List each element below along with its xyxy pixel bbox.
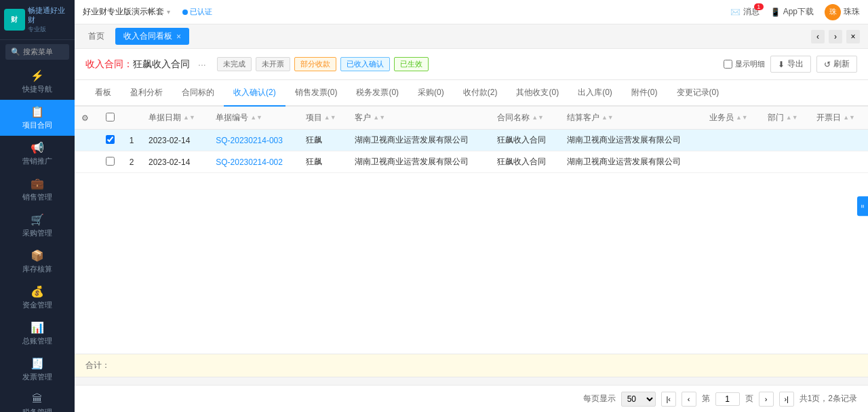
col-date-header[interactable]: 单据日期 ▲▼ xyxy=(142,107,209,130)
table-row[interactable]: 2 2023-02-14 SQ-20230214-002 狂飙 湖南卫视商业运营… xyxy=(75,151,868,173)
subtab-warehouse[interactable]: 出入库(0) xyxy=(568,80,622,107)
messages-button[interactable]: ✉️ 消息 1 xyxy=(730,6,760,18)
code-link[interactable]: SQ-20230214-002 xyxy=(216,157,283,167)
sidebar-item-funds[interactable]: 💰 资金管理 xyxy=(0,280,75,316)
sidebar-item-project-contract[interactable]: 📋 项目合同 xyxy=(0,100,75,136)
subtab-kanban[interactable]: 看板 xyxy=(85,80,121,107)
col-customer-header[interactable]: 客户 ▲▼ xyxy=(348,107,490,130)
subtab-payment[interactable]: 收付款(2) xyxy=(454,80,507,107)
sidebar-item-label: 总账管理 xyxy=(22,336,52,346)
col-code-header[interactable]: 单据编号 ▲▼ xyxy=(209,107,299,130)
sidebar-item-quick-nav[interactable]: ⚡ 快捷导航 xyxy=(0,64,75,100)
subtab-attachments[interactable]: 附件(0) xyxy=(622,80,667,107)
code-link[interactable]: SQ-20230214-003 xyxy=(216,136,283,145)
show-detail-checkbox[interactable]: 显示明细 xyxy=(724,59,765,69)
col-settle-customer-header[interactable]: 结算客户 ▲▼ xyxy=(560,107,703,130)
sort-salesman-icon: ▲▼ xyxy=(736,115,748,121)
col-num-header xyxy=(121,107,142,130)
quick-nav-icon: ⚡ xyxy=(31,69,44,82)
refresh-label: 刷新 xyxy=(833,58,850,70)
status-revenue-confirmed[interactable]: 已收入确认 xyxy=(340,57,390,71)
refresh-button[interactable]: ↺ 刷新 xyxy=(816,56,857,73)
row-checkbox[interactable] xyxy=(106,157,115,166)
subtab-revenue-confirm[interactable]: 收入确认(2) xyxy=(224,80,285,107)
tab-contract-board[interactable]: 收入合同看板 × xyxy=(115,28,189,45)
sidebar-item-tax[interactable]: 🏛 税务管理 xyxy=(0,388,75,412)
total-label: 合计： xyxy=(85,360,110,371)
user-menu[interactable]: 珠 珠珠 xyxy=(825,4,860,20)
row-checkbox[interactable] xyxy=(106,135,115,144)
sidebar-item-purchase[interactable]: 🛒 采购管理 xyxy=(0,208,75,244)
last-page-button[interactable]: ›| xyxy=(779,392,794,407)
cell-dept xyxy=(761,130,810,151)
app-download-label: App下载 xyxy=(783,6,814,18)
sidebar-item-inventory[interactable]: 📦 库存核算 xyxy=(0,244,75,280)
subtab-change-records[interactable]: 变更记录(0) xyxy=(667,80,729,107)
avatar-initials: 珠 xyxy=(829,7,837,17)
page-number-input[interactable] xyxy=(715,392,740,406)
sort-open-date-icon: ▲▼ xyxy=(843,115,855,121)
verified-label: 已认证 xyxy=(190,7,212,17)
invoice-icon: 🧾 xyxy=(31,357,44,370)
search-menu-button[interactable]: 🔍 搜索菜单 xyxy=(5,44,69,60)
contract-header: 收入合同：狂飙收入合同 ··· 未完成 未开票 部分收款 已收入确认 已生效 显… xyxy=(75,49,868,80)
tab-close-all-button[interactable]: × xyxy=(846,30,860,43)
sidebar-item-sales[interactable]: 💼 销售管理 xyxy=(0,172,75,208)
select-all-checkbox[interactable] xyxy=(106,113,115,121)
search-menu-label: 搜索菜单 xyxy=(23,47,53,57)
tab-active-label: 收入合同看板 xyxy=(123,31,172,42)
table-row[interactable]: 1 2023-02-14 SQ-20230214-003 狂飙 湖南卫视商业运营… xyxy=(75,130,868,151)
subtab-tax-invoice[interactable]: 税务发票(0) xyxy=(347,80,408,107)
tab-next-button[interactable]: › xyxy=(829,30,842,43)
col-dept-header[interactable]: 部门 ▲▼ xyxy=(761,107,810,130)
total-pages-info: 共1页，2条记录 xyxy=(800,393,857,405)
next-page-button[interactable]: › xyxy=(759,392,774,407)
status-partial-payment[interactable]: 部分收款 xyxy=(294,57,336,71)
show-detail-input[interactable] xyxy=(724,60,732,69)
tabs-navigation: ‹ › × xyxy=(811,30,860,43)
verified-dot xyxy=(182,10,188,15)
pagination: 每页显示 50 100 200 |‹ ‹ 第 页 › ›| 共1页，2条记录 xyxy=(75,385,868,412)
tab-close-icon[interactable]: × xyxy=(176,32,181,41)
tab-prev-button[interactable]: ‹ xyxy=(811,30,825,43)
cell-project: 狂飙 xyxy=(299,151,348,173)
col-salesman-header[interactable]: 业务员 ▲▼ xyxy=(703,107,761,130)
ledger-icon: 📊 xyxy=(31,321,44,334)
status-not-invoiced[interactable]: 未开票 xyxy=(256,57,290,71)
subtab-sales-invoice[interactable]: 销售发票(0) xyxy=(285,80,347,107)
cell-settle-customer: 湖南卫视商业运营发展有限公司 xyxy=(560,130,703,151)
sidebar-item-invoice[interactable]: 🧾 发票管理 xyxy=(0,352,75,388)
export-button[interactable]: ⬇ 导出 xyxy=(770,56,811,73)
prev-page-button[interactable]: ‹ xyxy=(682,392,696,407)
sort-contract-icon: ▲▼ xyxy=(532,115,544,121)
logo-icon: 财 xyxy=(4,9,25,31)
settings-icon[interactable]: ⚙ xyxy=(81,113,89,123)
col-contract-header[interactable]: 合同名称 ▲▼ xyxy=(490,107,560,130)
col-settings: ⚙ xyxy=(75,107,99,130)
logo-text-block: 畅捷通好业财 专业版 xyxy=(28,5,71,34)
company-selector[interactable]: 好业财专业版演示帐套 ▾ xyxy=(83,6,170,18)
subtab-contract-subject[interactable]: 合同标的 xyxy=(172,80,224,107)
subtab-other-income[interactable]: 其他收支(0) xyxy=(507,80,568,107)
tab-home[interactable]: 首页 xyxy=(83,31,110,42)
app-download-button[interactable]: 📱 App下载 xyxy=(770,6,814,18)
col-open-date-header[interactable]: 开票日 ▲▼ xyxy=(810,107,868,130)
export-icon: ⬇ xyxy=(778,60,785,69)
status-effective[interactable]: 已生效 xyxy=(394,57,429,71)
sidebar-item-marketing[interactable]: 📢 营销推广 xyxy=(0,136,75,172)
horizontal-scrollbar[interactable] xyxy=(75,377,868,385)
inventory-icon: 📦 xyxy=(31,249,44,262)
per-page-select[interactable]: 50 100 200 xyxy=(621,392,656,407)
subtab-purchase[interactable]: 采购(0) xyxy=(408,80,454,107)
purchase-icon: 🛒 xyxy=(31,213,44,226)
first-page-button[interactable]: |‹ xyxy=(661,392,676,407)
cell-salesman xyxy=(703,130,761,151)
cell-customer: 湖南卫视商业运营发展有限公司 xyxy=(348,130,490,151)
contract-more-button[interactable]: ··· xyxy=(198,59,206,70)
subtab-profit[interactable]: 盈利分析 xyxy=(121,80,172,107)
status-not-complete[interactable]: 未完成 xyxy=(217,57,252,71)
col-project-header[interactable]: 项目 ▲▼ xyxy=(299,107,348,130)
sidebar-item-general-ledger[interactable]: 📊 总账管理 xyxy=(0,316,75,352)
right-panel-toggle[interactable]: ≡ xyxy=(857,196,868,216)
sidebar-item-label: 采购管理 xyxy=(22,228,52,238)
